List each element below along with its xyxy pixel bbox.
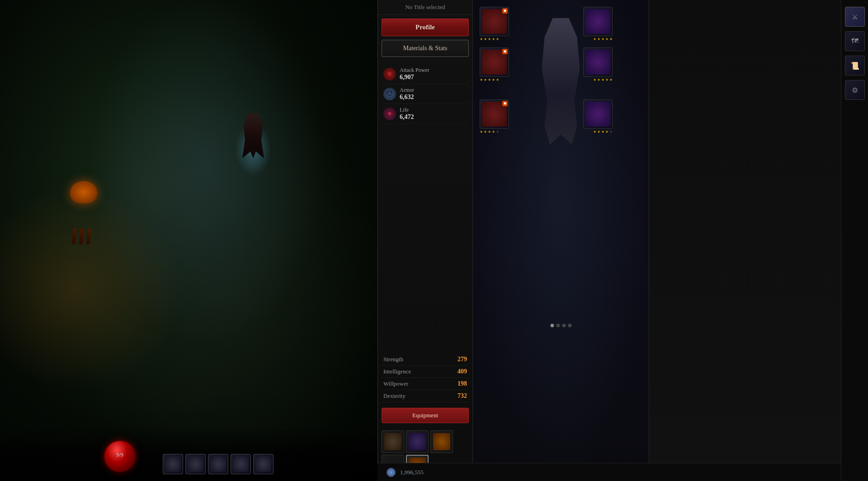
- star-4: ★: [605, 78, 609, 82]
- life-info: Life 6,472: [400, 107, 467, 121]
- currency-icon: [387, 468, 396, 477]
- bottom-hud: 9/9: [0, 427, 377, 481]
- inv-slot-1[interactable]: [382, 430, 404, 453]
- armor-icon: [383, 88, 396, 100]
- nav-icon-2: 🗺: [851, 37, 859, 45]
- skill-slot-5[interactable]: [253, 454, 274, 474]
- star-4: ★: [492, 130, 495, 134]
- star-3: ★: [601, 37, 604, 41]
- character-stats-panel: No Title selected Profile Materials & St…: [378, 0, 473, 481]
- skill-bar: [163, 454, 274, 474]
- currency-value: 1,996,555: [400, 469, 424, 476]
- skill-3-icon: [210, 456, 226, 472]
- dexterity-label: Dexterity: [383, 392, 406, 400]
- legs-stars: ★ ★ ★ ★ ★: [480, 130, 499, 134]
- character-display: ⬢ ★ ★ ★ ★ ★ ★ ★ ★ ★ ★ ⬢ ★ ★ ★ ★ ★: [473, 0, 649, 481]
- attack-power-label: Attack Power: [400, 67, 467, 74]
- star-3: ★: [601, 78, 604, 82]
- star-5: ★: [496, 37, 499, 41]
- dexterity-row: Dexterity 732: [382, 390, 469, 402]
- scroll-dots: [550, 324, 571, 327]
- star-3: ★: [601, 130, 604, 134]
- skill-slot-3[interactable]: [208, 454, 228, 474]
- strength-row: Strength 279: [382, 354, 469, 366]
- star-1: ★: [480, 37, 483, 41]
- scroll-dot-3: [562, 324, 566, 327]
- star-5-empty: ★: [496, 130, 499, 134]
- life-label: Life: [400, 107, 467, 113]
- star-1: ★: [480, 130, 483, 134]
- enemy-pumpkin: [70, 181, 106, 226]
- profile-button[interactable]: Profile: [382, 19, 469, 36]
- game-viewport: 9/9: [0, 0, 377, 481]
- dexterity-value: 732: [458, 392, 467, 400]
- willpower-row: Willpower 198: [382, 378, 469, 390]
- star-3: ★: [488, 130, 491, 134]
- equipment-button[interactable]: Equipment: [382, 408, 469, 423]
- willpower-value: 198: [458, 380, 467, 387]
- no-title-text: No Title selected: [405, 4, 445, 10]
- skill-slot-2[interactable]: [185, 454, 206, 474]
- skill-slot-4[interactable]: [231, 454, 251, 474]
- star-5: ★: [609, 78, 613, 82]
- inv-item-2: [409, 433, 426, 450]
- nav-btn-2[interactable]: 🗺: [845, 31, 865, 51]
- attack-power-value: 6,907: [400, 74, 467, 81]
- chest-stars: ★ ★ ★ ★ ★: [480, 78, 499, 82]
- scroll-dot-1: [550, 324, 554, 327]
- pumpkin-leg-2: [79, 228, 84, 245]
- star-5: ★: [609, 37, 613, 41]
- legs-socket: ⬢: [502, 101, 508, 106]
- star-2: ★: [484, 37, 487, 41]
- inv-slot-2[interactable]: [406, 430, 429, 453]
- equip-slot-legs[interactable]: ⬢: [480, 99, 509, 129]
- star-1: ★: [480, 78, 483, 82]
- skill-4-icon: [233, 456, 249, 472]
- no-title-bar: No Title selected: [378, 0, 472, 15]
- intelligence-label: Intelligence: [383, 368, 411, 375]
- helmet-stars: ★ ★ ★ ★ ★: [480, 37, 499, 41]
- strength-label: Strength: [383, 356, 403, 363]
- nav-btn-1[interactable]: ⚔: [845, 7, 865, 27]
- star-5-empty: ★: [609, 130, 613, 134]
- skill-slot-1[interactable]: [163, 454, 183, 474]
- inv-item-1: [384, 433, 401, 450]
- chest-socket: ⬢: [502, 49, 508, 54]
- armor-row: Armor 6,632: [382, 84, 469, 104]
- pumpkin-leg-1: [71, 228, 76, 245]
- bottom-currency-bar: 1,996,555: [377, 463, 841, 481]
- equip-slot-helmet[interactable]: ⬢: [480, 7, 509, 36]
- skill-5-icon: [255, 456, 271, 472]
- nav-btn-4[interactable]: ⚙: [845, 80, 865, 100]
- life-icon: [383, 108, 396, 120]
- pumpkin-legs: [72, 228, 90, 244]
- equip-slot-chest[interactable]: ⬢: [480, 47, 509, 77]
- life-value: 6,472: [400, 113, 467, 121]
- inv-item-3: [433, 433, 450, 450]
- star-2: ★: [484, 78, 487, 82]
- inv-slot-3[interactable]: [430, 430, 453, 453]
- scroll-dot-2: [556, 324, 560, 327]
- primary-stats: Attack Power 6,907 Armor 6,632 Life 6,47…: [378, 61, 472, 352]
- skill-2-icon: [188, 456, 203, 472]
- helmet-socket: ⬢: [502, 8, 508, 14]
- armor-label: Armor: [400, 87, 467, 94]
- star-4: ★: [605, 130, 609, 134]
- nav-btn-3[interactable]: 📜: [845, 56, 865, 75]
- intelligence-row: Intelligence 409: [382, 366, 469, 378]
- attack-power-info: Attack Power 6,907: [400, 67, 467, 81]
- char-body: [534, 18, 588, 145]
- nav-icon-1: ⚔: [852, 13, 858, 21]
- star-3: ★: [488, 78, 491, 82]
- nav-icon-4: ⚙: [852, 86, 858, 94]
- pumpkin-body: [70, 181, 97, 203]
- star-4: ★: [605, 37, 609, 41]
- side-navigation: ⚔ 🗺 📜 ⚙: [841, 0, 868, 481]
- nav-icon-3: 📜: [850, 61, 859, 70]
- materials-stats-button[interactable]: Materials & Stats: [382, 40, 469, 57]
- scroll-dot-4: [568, 324, 571, 327]
- armor-info: Armor 6,632: [400, 87, 467, 101]
- willpower-label: Willpower: [383, 380, 408, 387]
- character-model: [520, 9, 602, 154]
- pumpkin-leg-3: [86, 228, 91, 245]
